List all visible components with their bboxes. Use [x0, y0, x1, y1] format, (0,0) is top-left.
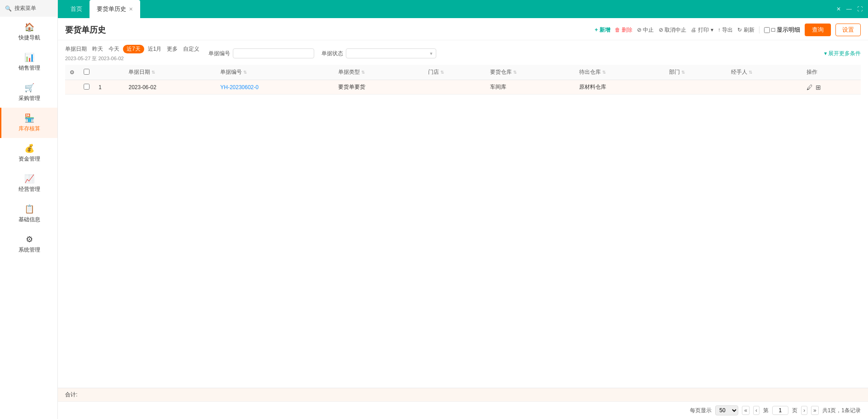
col-pending-warehouse-label: 待出仓库 [579, 68, 601, 76]
print-icon: 🖨 [691, 27, 696, 33]
sidebar-search-label: 搜索菜单 [14, 5, 36, 12]
date-btn-custom[interactable]: 自定义 [181, 45, 201, 53]
col-date[interactable]: 单据日期 ⇅ [124, 65, 216, 80]
sort-icon-handler: ⇅ [749, 70, 752, 75]
status-filter: 单据状态 [321, 48, 436, 58]
main-area: 首页 要货单历史 ✕ ✕ — ⛶ 要货单历史 + 新增 🗑 删除 ⊘ 中止 ⊘ … [58, 0, 868, 419]
status-select[interactable] [346, 48, 436, 58]
row-copy-button[interactable]: ⊞ [816, 84, 821, 91]
sidebar-item-label: 采购管理 [19, 95, 40, 102]
page-size-select[interactable]: 10 20 50 100 [715, 405, 738, 415]
sidebar-item-label: 系统管理 [19, 246, 40, 254]
expand-chevron-icon: ▾ [824, 50, 827, 57]
window-maximize-button[interactable]: ⛶ [857, 6, 863, 12]
tab-close-icon[interactable]: ✕ [129, 6, 133, 12]
date-btn-yesterday[interactable]: 昨天 [90, 45, 105, 53]
page-input-prefix: 第 [763, 407, 769, 414]
chart-icon: 📊 [24, 52, 34, 62]
date-btn-1month[interactable]: 近1月 [146, 45, 164, 53]
sidebar-item-label: 快捷导航 [19, 34, 40, 42]
export-button[interactable]: ↑ 导出 [718, 26, 733, 34]
toolbar-divider [759, 26, 760, 33]
date-filter-buttons: 昨天 今天 近7天 近1月 更多 自定义 [90, 45, 201, 53]
col-bill-no-label: 单据编号 [220, 68, 242, 76]
col-department-label: 部门 [669, 68, 680, 76]
topbar-right: ✕ — ⛶ [836, 6, 863, 12]
sidebar-item-label: 销售管理 [19, 64, 40, 72]
expand-filter-button[interactable]: ▾ 展开更多条件 [824, 50, 861, 57]
row-edit-button[interactable]: 🖊 [807, 84, 813, 91]
page-number-input[interactable] [772, 406, 788, 415]
sidebar-item-label: 资金管理 [19, 155, 40, 163]
cancel-stop-button[interactable]: ⊘ 取消中止 [659, 26, 686, 34]
tab-history[interactable]: 要货单历史 ✕ [90, 0, 140, 18]
sort-icon-bill-type: ⇅ [361, 70, 365, 75]
col-checkbox [79, 65, 94, 80]
sidebar-item-operation[interactable]: 📈 经营管理 [0, 168, 57, 199]
store-icon: 🏪 [24, 113, 34, 123]
stop-button[interactable]: ⊘ 中止 [637, 26, 654, 34]
col-bill-type[interactable]: 单据类型 ⇅ [334, 65, 424, 80]
table-header-row: ⚙ 单据日期 ⇅ 单据编号 [65, 65, 861, 80]
gear-icon: ⚙ [26, 234, 33, 244]
sidebar-item-label: 经营管理 [19, 186, 40, 193]
row-bill-no-cell: YH-20230602-0 [216, 80, 334, 95]
col-action: 操作 [802, 65, 861, 80]
total-label: 合计: [65, 391, 77, 398]
total-info: 共1页，1条记录 [822, 407, 861, 414]
sidebar-search[interactable]: 🔍 搜索菜单 [0, 0, 57, 17]
col-handler-label: 经手人 [731, 68, 747, 76]
first-page-button[interactable]: « [742, 406, 750, 415]
display-detail-checkbox[interactable] [764, 27, 770, 33]
filter-area: 单据日期 昨天 今天 近7天 近1月 更多 自定义 2023-05-27 至 2… [58, 40, 868, 65]
delete-button[interactable]: 🗑 删除 [615, 26, 632, 34]
col-department[interactable]: 部门 ⇅ [665, 65, 726, 80]
col-req-warehouse[interactable]: 要货仓库 ⇅ [486, 65, 575, 80]
prev-page-button[interactable]: ‹ [753, 406, 760, 415]
display-detail-toggle[interactable]: □ 显示明细 [764, 26, 800, 34]
select-all-checkbox[interactable] [84, 69, 90, 75]
date-btn-7days[interactable]: 近7天 [123, 45, 144, 53]
page-title: 要货单历史 [65, 24, 106, 35]
sidebar-item-inventory[interactable]: 🏪 库存核算 [0, 108, 57, 138]
sidebar-item-system[interactable]: ⚙ 系统管理 [0, 229, 57, 259]
date-btn-today[interactable]: 今天 [107, 45, 121, 53]
query-button[interactable]: 查询 [805, 24, 831, 36]
data-table: ⚙ 单据日期 ⇅ 单据编号 [65, 65, 861, 95]
window-close-button[interactable]: ✕ [836, 6, 841, 12]
window-minimize-button[interactable]: — [846, 6, 852, 12]
refresh-button[interactable]: ↻ 刷新 [737, 26, 754, 34]
filter-row: 单据日期 昨天 今天 近7天 近1月 更多 自定义 2023-05-27 至 2… [65, 45, 861, 62]
next-page-button[interactable]: › [801, 406, 807, 415]
clipboard-icon: 📋 [24, 204, 34, 214]
col-pending-warehouse[interactable]: 待出仓库 ⇅ [575, 65, 665, 80]
date-range-display: 2023-05-27 至 2023-06-02 [65, 55, 124, 62]
sidebar-item-sales[interactable]: 📊 销售管理 [0, 47, 57, 77]
setting-button[interactable]: 设置 [835, 24, 861, 36]
row-bill-type-cell: 要货单要货 [334, 80, 424, 95]
row-action-cell: 🖊 ⊞ [802, 80, 861, 95]
sidebar-item-finance[interactable]: 💰 资金管理 [0, 138, 57, 168]
col-settings[interactable]: ⚙ [65, 65, 79, 80]
pagination: 每页显示 10 20 50 100 « ‹ 第 页 › » 共1页，1条记录 [58, 401, 868, 419]
topbar: 首页 要货单历史 ✕ ✕ — ⛶ [58, 0, 868, 18]
bill-no-input[interactable] [233, 48, 314, 58]
date-btn-more[interactable]: 更多 [165, 45, 179, 53]
sidebar: 🔍 搜索菜单 🏠 快捷导航 📊 销售管理 🛒 采购管理 🏪 库存核算 💰 资金管… [0, 0, 58, 419]
tab-home[interactable]: 首页 [63, 0, 90, 18]
col-handler[interactable]: 经手人 ⇅ [726, 65, 802, 80]
sidebar-item-basic[interactable]: 📋 基础信息 [0, 199, 57, 229]
display-detail-label: □ 显示明细 [772, 26, 800, 34]
print-button[interactable]: 🖨 打印 ▾ [691, 26, 713, 34]
sidebar-item-quick-nav[interactable]: 🏠 快捷导航 [0, 17, 57, 47]
col-store[interactable]: 门店 ⇅ [424, 65, 486, 80]
row-checkbox[interactable] [84, 84, 90, 90]
col-bill-type-label: 单据类型 [338, 68, 360, 76]
last-page-button[interactable]: » [811, 406, 819, 415]
new-button[interactable]: + 新增 [594, 26, 610, 34]
col-bill-no[interactable]: 单据编号 ⇅ [216, 65, 334, 80]
sidebar-item-purchase[interactable]: 🛒 采购管理 [0, 77, 57, 108]
page-header: 要货单历史 + 新增 🗑 删除 ⊘ 中止 ⊘ 取消中止 🖨 打印 ▾ ↑ 导出 … [58, 18, 868, 40]
search-icon: 🔍 [5, 5, 12, 12]
row-bill-no-link[interactable]: YH-20230602-0 [220, 84, 259, 90]
